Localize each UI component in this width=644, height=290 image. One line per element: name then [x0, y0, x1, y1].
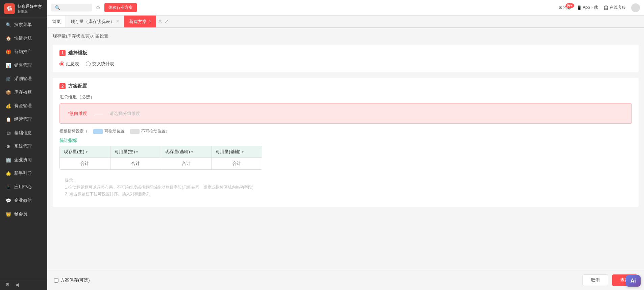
main-content: 现存量(库存状况表)方案设置 1 选择模板 汇总表 交叉统计表 2 [47, 28, 644, 270]
sidebar-item-guide[interactable]: 🌟新手引导 [0, 167, 47, 180]
radio-summary-label: 汇总表 [66, 61, 79, 67]
stats-table: 现存量(主)▾可用量(主)▾现存量(基辅)▾可用量(基辅)▾ 合计合计合计合计 [59, 146, 262, 170]
wechat-label: 企业微信 [14, 197, 32, 203]
purchase-icon: 🛒 [5, 76, 11, 82]
enterprise-icon: 🏢 [5, 157, 11, 163]
legend-fixed-label: 不可拖动位置） [141, 128, 170, 134]
collapse-icon[interactable]: ◀ [15, 282, 19, 287]
finance-label: 资金管理 [14, 103, 32, 109]
tab-new-scheme[interactable]: 新建方案 ✕ [124, 16, 156, 27]
step1-badge: 1 [59, 50, 66, 56]
expand-panel-icon[interactable]: ⤢ [164, 18, 169, 25]
brand-area: 畅 畅康通好生意 标准版 [0, 0, 47, 18]
app-center-icon: 📱 [5, 184, 11, 190]
service-label: 在线客服 [610, 5, 626, 10]
tip-title: 提示： [65, 177, 626, 183]
sales-icon: 📊 [5, 62, 11, 68]
step2-header: 2 方案配置 [59, 83, 632, 89]
radio-cross[interactable]: 交叉统计表 [86, 61, 114, 67]
tab-home[interactable]: 首页 [47, 16, 66, 27]
quick-nav-icon: 🏠 [5, 35, 11, 41]
search-menu-icon: 🔍 [5, 22, 11, 28]
sidebar-item-wechat[interactable]: 💬企业微信 [0, 194, 47, 207]
tab-new-scheme-close-icon[interactable]: ✕ [149, 20, 151, 23]
stats-col-chevron-1[interactable]: ▾ [136, 150, 138, 154]
sidebar-item-finance[interactable]: 💰资金管理 [0, 99, 47, 113]
system-label: 系统管理 [14, 143, 32, 149]
marketing-label: 营销推广 [14, 49, 32, 55]
stats-col-label-0: 现存量(主) [64, 149, 84, 155]
tab-home-label: 首页 [52, 19, 61, 25]
online-service-button[interactable]: 🎧 在线客服 [603, 5, 626, 10]
step1-section: 1 选择模板 汇总表 交叉统计表 [53, 45, 639, 72]
stats-col-0[interactable]: 现存量(主)▾ [60, 146, 110, 158]
sidebar-item-marketing[interactable]: 🎁营销推广 [0, 45, 47, 58]
step2-badge: 2 [59, 83, 66, 89]
sidebar-item-member[interactable]: 👑畅会员 [0, 207, 47, 221]
stats-cell-1: 合计 [110, 158, 161, 169]
sidebar-item-enterprise[interactable]: 🏢企业协同 [0, 153, 47, 167]
main-area: 🔍 ⚙ 体验行业方案 ✉ 消息 99+ 📱 App下载 🎧 在线客服 首 [47, 0, 644, 290]
ai-badge[interactable]: Ai [626, 275, 641, 287]
purchase-label: 采购管理 [14, 76, 32, 82]
topbar-search-input[interactable] [61, 5, 89, 10]
tab-bar: 首页 现存量（库存状况表） ✕ 新建方案 ✕ ✕ ⤢ [47, 16, 644, 28]
stats-col-3[interactable]: 可用量(基辅)▾ [212, 146, 262, 158]
stats-col-label-2: 现存量(基辅) [165, 149, 190, 155]
sidebar-nav: 🔍搜索菜单🏠快捷导航🎁营销推广📊销售管理🛒采购管理📦库存核算💰资金管理📋经营管理… [0, 18, 47, 279]
sidebar-item-sales[interactable]: 📊销售管理 [0, 58, 47, 72]
message-icon: ✉ [559, 5, 562, 10]
quick-nav-label: 快捷导航 [14, 35, 32, 41]
basic-info-label: 基础信息 [14, 130, 32, 136]
topbar-search-box[interactable]: 🔍 [51, 4, 92, 11]
dimension-required-label: 汇总维度（必选） [59, 94, 632, 100]
step1-header: 1 选择模板 [59, 50, 632, 56]
topbar-gear-icon[interactable]: ⚙ [95, 4, 102, 12]
industry-plan-button[interactable]: 体验行业方案 [104, 3, 137, 12]
sales-label: 销售管理 [14, 62, 32, 68]
stats-col-chevron-2[interactable]: ▾ [191, 150, 193, 154]
user-avatar[interactable] [631, 3, 640, 12]
sidebar-item-system[interactable]: ⚙系统管理 [0, 140, 47, 153]
tab-new-scheme-label: 新建方案 [129, 19, 147, 25]
brand-info: 畅康通好生意 标准版 [18, 4, 42, 14]
sidebar-item-app-center[interactable]: 📱应用中心 [0, 180, 47, 194]
radio-summary[interactable]: 汇总表 [59, 61, 79, 67]
tab-inventory-label: 现存量（库存状况表） [71, 19, 115, 25]
member-icon: 👑 [5, 211, 11, 217]
dimension-placeholder[interactable]: 请选择分组维度 [109, 111, 140, 117]
stats-table-row: 合计合计合计合计 [60, 158, 262, 169]
page-title: 现存量(库存状况表)方案设置 [53, 33, 639, 39]
sidebar-item-operations[interactable]: 📋经营管理 [0, 113, 47, 126]
stats-col-1[interactable]: 可用量(主)▾ [110, 146, 161, 158]
stats-cell-3: 合计 [212, 158, 262, 169]
stats-cell-2: 合计 [161, 158, 212, 169]
stats-col-2[interactable]: 现存量(基辅)▾ [161, 146, 212, 158]
stats-col-chevron-3[interactable]: ▾ [242, 150, 244, 154]
message-button[interactable]: ✉ 消息 99+ [559, 5, 571, 10]
inventory-icon: 📦 [5, 89, 11, 95]
cancel-button[interactable]: 取消 [583, 274, 608, 286]
app-download-button[interactable]: 📱 App下载 [577, 5, 598, 10]
sidebar-item-inventory[interactable]: 📦库存核算 [0, 86, 47, 99]
stats-col-label-1: 可用量(主) [115, 149, 135, 155]
step2-title: 方案配置 [68, 83, 87, 89]
close-panel-icon[interactable]: ✕ [158, 18, 162, 25]
operations-icon: 📋 [5, 116, 11, 122]
sidebar-item-quick-nav[interactable]: 🏠快捷导航 [0, 31, 47, 45]
stats-col-chevron-0[interactable]: ▾ [86, 150, 88, 154]
tab-inventory-status[interactable]: 现存量（库存状况表） ✕ [66, 16, 124, 27]
radio-summary-input[interactable] [59, 62, 64, 66]
dimension-box[interactable]: *纵向维度 —— 请选择分组维度 [59, 103, 632, 124]
sidebar-item-search-menu[interactable]: 🔍搜索菜单 [0, 18, 47, 31]
guide-label: 新手引导 [14, 170, 32, 176]
settings-icon[interactable]: ⚙ [5, 282, 10, 287]
radio-cross-input[interactable] [86, 62, 91, 66]
save-checkbox[interactable] [54, 278, 58, 283]
sidebar-item-purchase[interactable]: 🛒采购管理 [0, 72, 47, 86]
sidebar-item-basic-info[interactable]: 🗂基础信息 [0, 126, 47, 140]
enterprise-label: 企业协同 [14, 157, 32, 163]
topbar-search-icon: 🔍 [55, 5, 60, 10]
tab-inventory-close-icon[interactable]: ✕ [117, 20, 119, 23]
save-option[interactable]: 方案保存(可选) [54, 277, 90, 283]
